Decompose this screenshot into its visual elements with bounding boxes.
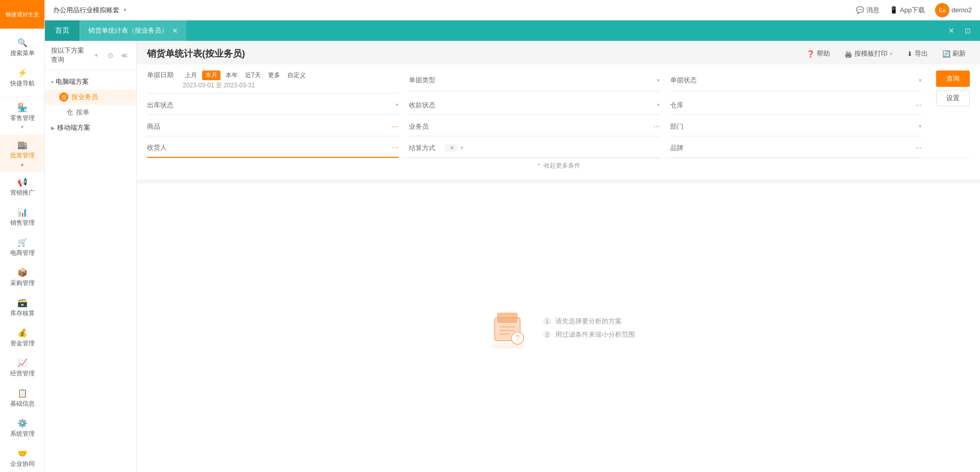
- sidebar-item-collab[interactable]: 🤝 企业协同: [0, 443, 44, 472]
- topbar-dropdown-icon[interactable]: ▾: [124, 7, 127, 13]
- consignee-ellipsis[interactable]: ···: [391, 143, 398, 152]
- goods-select[interactable]: ···: [183, 122, 399, 131]
- avatar-text: Ea: [939, 7, 946, 13]
- svg-rect-2: [497, 313, 518, 323]
- out-status-select[interactable]: ▾: [183, 102, 399, 108]
- payment-status-select[interactable]: ▾: [445, 102, 660, 108]
- sidebar-item-system[interactable]: ⚙️ 系统管理: [0, 413, 44, 443]
- tab-sales-stat[interactable]: 销货单统计表（按业务员） ✕: [80, 20, 186, 41]
- salesman-label: 业务员: [409, 122, 445, 131]
- left-panel-collapse-btn[interactable]: ≪: [119, 50, 130, 61]
- empty-tip-2: 2 用过滤条件来缩小分析范围: [543, 330, 635, 339]
- topbar-messages-btn[interactable]: 💬 消息: [856, 6, 879, 15]
- tree-parent-desktop[interactable]: ▾ 电脑端方案: [45, 74, 136, 89]
- brand-ellipsis[interactable]: ···: [915, 144, 922, 153]
- salesman-ellipsis[interactable]: ···: [653, 122, 660, 131]
- tree-parent-mobile[interactable]: ▶ 移动端方案: [45, 120, 136, 135]
- doc-type-caret: ▾: [657, 77, 660, 84]
- tree-grandchild-by-order[interactable]: 仓 按单: [45, 105, 136, 120]
- salesman-select[interactable]: ···: [445, 122, 660, 131]
- avatar: Ea: [935, 3, 949, 17]
- sidebar-item-marketing[interactable]: 📢 营销推广: [0, 172, 44, 202]
- sidebar-item-retail[interactable]: 🏪 零售管理 ▾: [0, 98, 44, 135]
- export-btn[interactable]: ⬇ 导出: [903, 47, 932, 60]
- topbar-user-btn[interactable]: Ea demo2: [935, 3, 972, 17]
- collapse-label: 收起更多条件: [544, 161, 580, 170]
- date-tab-7days[interactable]: 近7天: [243, 70, 263, 80]
- sidebar-retail-label: 零售管理: [10, 114, 35, 123]
- mobile-icon: 📱: [890, 6, 898, 14]
- date-tab-last-month[interactable]: 上月: [183, 70, 199, 80]
- empty-illustration: ?: [482, 302, 533, 353]
- left-panel-settings-btn[interactable]: ⊙: [105, 50, 116, 61]
- ecommerce-icon: 🛒: [17, 238, 28, 247]
- retail-icon: 🏪: [17, 103, 28, 112]
- basic-icon: 📋: [17, 388, 28, 398]
- payment-method-tag-close[interactable]: ✕: [450, 145, 454, 151]
- sidebar-item-quicknav[interactable]: ⚡ 快捷导航: [0, 63, 44, 93]
- doc-status-select[interactable]: ▾: [706, 77, 922, 84]
- tip-2-number: 2: [543, 331, 551, 339]
- consignee-input[interactable]: ···: [183, 143, 399, 152]
- tree-section: ▾ 电脑端方案 按 按业务员 仓 按单 ▶ 移动端方案: [45, 70, 136, 139]
- sidebar-purchase-label: 采购管理: [10, 279, 35, 288]
- empty-text-list: 1 请先选择要分析的方案 2 用过滤条件来缩小分析范围: [543, 317, 635, 339]
- tabbar-close-btn[interactable]: ✕: [945, 25, 958, 37]
- sidebar-item-basic[interactable]: 📋 基础信息: [0, 383, 44, 413]
- tree-child-by-salesman[interactable]: 按 按业务员: [45, 89, 136, 105]
- department-select[interactable]: ▾: [706, 123, 922, 130]
- sidebar-basic-label: 基础信息: [10, 399, 35, 408]
- department-label: 部门: [670, 122, 706, 131]
- brand-select[interactable]: ···: [706, 144, 922, 153]
- topbar-app-download-btn[interactable]: 📱 App下载: [890, 6, 925, 15]
- payment-status-caret: ▾: [657, 102, 660, 108]
- sales-icon: 📊: [17, 207, 28, 217]
- tip-2-text: 用过滤条件来缩小分析范围: [555, 330, 635, 339]
- settings-btn[interactable]: 设置: [936, 90, 970, 106]
- help-btn[interactable]: ❓ 帮助: [802, 47, 834, 60]
- payment-method-select[interactable]: ✕ ▾: [445, 144, 660, 152]
- date-tab-custom[interactable]: 自定义: [285, 70, 308, 80]
- sidebar-wholesale-label: 批发管理: [10, 151, 35, 160]
- brand-label: 品牌: [670, 144, 706, 153]
- collapse-bar[interactable]: ⌃ 收起更多条件: [147, 158, 970, 173]
- tree-chevron-icon: ▾: [51, 79, 54, 85]
- query-btn[interactable]: 查询: [936, 70, 970, 87]
- sidebar-item-wholesale[interactable]: 🏬 批发管理 ▲: [0, 135, 44, 172]
- operations-icon: 📈: [17, 358, 28, 368]
- sidebar-item-finance[interactable]: 💰 资金管理: [0, 323, 44, 353]
- warehouse-label: 仓库: [670, 101, 706, 110]
- sidebar-collab-label: 企业协同: [10, 460, 35, 468]
- department-caret: ▾: [919, 123, 922, 130]
- out-status-label: 出库状态: [147, 101, 183, 110]
- refresh-btn[interactable]: 🔄 刷新: [938, 47, 970, 60]
- date-tab-this-year[interactable]: 本年: [224, 70, 240, 80]
- tabbar-restore-btn[interactable]: ⊡: [962, 25, 974, 37]
- doc-type-select[interactable]: ▾: [445, 77, 660, 84]
- print-btn[interactable]: 🖨️ 按模板打印 ▾: [840, 47, 897, 60]
- sidebar-item-inventory[interactable]: 🗃️ 库存核算: [0, 293, 44, 323]
- tab-home[interactable]: 首页: [45, 20, 80, 41]
- sidebar-item-search[interactable]: 🔍 搜索菜单: [0, 33, 44, 63]
- print-icon: 🖨️: [844, 50, 852, 58]
- warehouse-select[interactable]: ···: [706, 101, 922, 110]
- warehouse-ellipsis[interactable]: ···: [915, 101, 922, 110]
- sidebar-item-ecommerce[interactable]: 🛒 电商管理: [0, 232, 44, 263]
- help-label: 帮助: [817, 49, 830, 58]
- sidebar-item-purchase[interactable]: 📦 采购管理: [0, 263, 44, 293]
- tree-child-salesman-icon-text: 按: [61, 93, 67, 101]
- sidebar-operations-label: 经营管理: [10, 369, 35, 378]
- tree-parent-desktop-label: 电脑端方案: [56, 77, 89, 86]
- left-panel-add-btn[interactable]: ＋: [90, 50, 102, 61]
- date-tab-this-month[interactable]: 本月: [202, 70, 220, 80]
- consignee-text-input[interactable]: [183, 144, 391, 152]
- svg-text:?: ?: [516, 334, 520, 342]
- sidebar-item-sales[interactable]: 📊 销售管理: [0, 202, 44, 232]
- date-tab-more[interactable]: 更多: [266, 70, 282, 80]
- sidebar-search-area[interactable]: 🔍 搜索菜单 ⚡ 快捷导航: [0, 29, 44, 98]
- sidebar-item-operations[interactable]: 📈 经营管理: [0, 353, 44, 383]
- content-area: 按以下方案查询 ＋ ⊙ ≪ ▾ 电脑端方案 按 按业务员 仓 按: [45, 41, 980, 472]
- goods-ellipsis[interactable]: ···: [391, 122, 398, 131]
- tab-close-btn[interactable]: ✕: [172, 27, 178, 35]
- sidebar-search-label: 搜索菜单: [10, 49, 35, 58]
